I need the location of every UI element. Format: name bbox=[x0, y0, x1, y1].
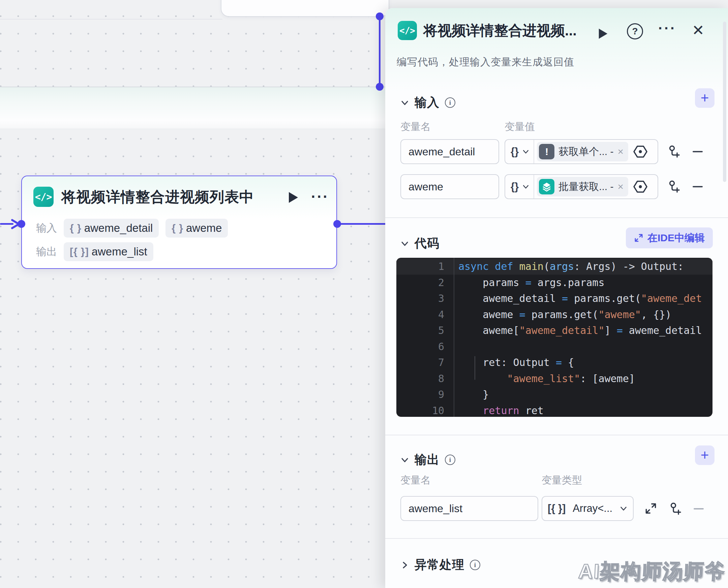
expand-icon[interactable] bbox=[644, 502, 657, 515]
code-section-title: 代码 bbox=[415, 235, 439, 252]
reference-chip[interactable]: ! 获取单个... - × bbox=[537, 142, 628, 162]
remove-reference-icon[interactable]: × bbox=[618, 146, 624, 158]
variable-value-control[interactable]: {} ! 获取单个... - × bbox=[504, 139, 658, 164]
info-icon[interactable]: i bbox=[445, 455, 455, 465]
code-line[interactable]: return ret bbox=[458, 403, 712, 417]
code-editor[interactable]: 12345678910 async def main(args: Args) -… bbox=[396, 258, 712, 417]
add-binding-icon[interactable] bbox=[669, 502, 682, 516]
variable-name-value: aweme bbox=[409, 181, 443, 193]
output-name-input[interactable]: aweme_list bbox=[400, 496, 538, 521]
divider bbox=[534, 140, 534, 163]
node-input-chip[interactable]: { } aweme bbox=[165, 219, 228, 237]
section-divider bbox=[385, 538, 728, 539]
info-icon[interactable]: i bbox=[445, 98, 455, 108]
column-variable-name: 变量名 bbox=[400, 474, 431, 487]
chip-label: aweme bbox=[186, 222, 222, 234]
code-line[interactable]: "aweme_list": [aweme] bbox=[458, 371, 712, 387]
code-line[interactable]: } bbox=[458, 386, 712, 403]
chevron-right-icon[interactable] bbox=[400, 561, 409, 569]
error-node-icon: ! bbox=[539, 144, 555, 160]
variable-value-control[interactable]: {} 批量获取... - × bbox=[504, 174, 658, 199]
expand-icon bbox=[634, 233, 643, 243]
column-variable-value: 变量值 bbox=[504, 120, 535, 134]
code-glyph: </> bbox=[35, 191, 52, 203]
exception-section-title: 异常处理 bbox=[415, 556, 464, 573]
code-line[interactable]: params = args.params bbox=[458, 275, 712, 291]
section-divider bbox=[385, 217, 728, 218]
variable-name-value: aweme_detail bbox=[409, 146, 475, 158]
chevron-down-icon[interactable] bbox=[522, 148, 529, 155]
gutter-separator bbox=[454, 258, 454, 417]
variable-name-input[interactable]: aweme bbox=[400, 174, 499, 199]
code-line[interactable] bbox=[458, 339, 712, 355]
plus-icon: + bbox=[701, 447, 709, 463]
chevron-down-icon[interactable] bbox=[400, 239, 409, 248]
line-number: 7 bbox=[396, 355, 454, 371]
node-output-label: 输出 bbox=[36, 245, 57, 259]
code-node-icon: </> bbox=[398, 21, 417, 40]
object-type-icon: {} bbox=[511, 181, 519, 193]
chevron-down-icon[interactable] bbox=[522, 183, 529, 190]
output-section-title: 输出 bbox=[415, 451, 439, 468]
code-line[interactable]: async def main(args: Args) -> Output: bbox=[458, 258, 712, 275]
array-type-icon: [{ }] bbox=[70, 246, 89, 257]
variable-name-input[interactable]: aweme_detail bbox=[400, 139, 499, 164]
node-run-button[interactable] bbox=[288, 191, 299, 204]
edit-in-ide-button[interactable]: 在IDE中编辑 bbox=[626, 228, 713, 248]
more-button[interactable]: ··· bbox=[658, 20, 677, 36]
add-binding-icon[interactable] bbox=[668, 180, 681, 193]
edge-outgoing[interactable] bbox=[336, 223, 386, 225]
code-line[interactable]: aweme = params.get("aweme", {}) bbox=[458, 307, 712, 323]
remove-row-button[interactable] bbox=[693, 186, 703, 187]
close-icon[interactable]: ✕ bbox=[692, 22, 704, 39]
code-node[interactable]: </> 将视频详情整合进视频列表中 ··· 输入 { } aweme_detai… bbox=[21, 175, 337, 269]
output-type-select[interactable]: [{ }] Array<... bbox=[542, 496, 633, 521]
line-number: 4 bbox=[396, 307, 454, 323]
node-output-port[interactable] bbox=[333, 220, 341, 228]
code-line[interactable]: aweme["aweme_detail"] = aweme_detail bbox=[458, 322, 712, 339]
line-number: 1 bbox=[396, 258, 454, 275]
node-input-label: 输入 bbox=[36, 221, 57, 235]
line-number: 8 bbox=[396, 371, 454, 387]
remove-row-button[interactable] bbox=[693, 151, 703, 152]
node-input-chip[interactable]: { } aweme_detail bbox=[64, 219, 159, 237]
reference-chip[interactable]: 批量获取... - × bbox=[537, 177, 628, 196]
info-icon[interactable]: i bbox=[470, 560, 480, 570]
run-button[interactable] bbox=[598, 28, 608, 40]
code-line[interactable]: ret: Output = { bbox=[458, 355, 712, 371]
add-binding-icon[interactable] bbox=[668, 145, 681, 159]
edge-endpoint-bottom[interactable] bbox=[376, 83, 383, 91]
node-input-port[interactable] bbox=[18, 220, 25, 228]
locate-node-icon[interactable] bbox=[633, 180, 648, 193]
node-output-chip[interactable]: [{ }] aweme_list bbox=[64, 242, 153, 261]
reference-label: 获取单个... - bbox=[559, 145, 613, 159]
panel-scrollbar[interactable] bbox=[723, 22, 726, 182]
remove-reference-icon[interactable]: × bbox=[618, 181, 624, 192]
partial-node[interactable] bbox=[221, 0, 389, 17]
output-type-value: Array<... bbox=[573, 502, 612, 514]
divider bbox=[534, 175, 534, 198]
object-type-icon: { } bbox=[171, 223, 183, 234]
remove-row-button[interactable] bbox=[694, 508, 704, 509]
chevron-down-icon[interactable] bbox=[400, 98, 409, 107]
section-divider bbox=[385, 435, 728, 435]
code-line[interactable]: aweme_detail = params.get("aweme_det bbox=[458, 291, 712, 307]
chip-label: aweme_detail bbox=[84, 222, 153, 234]
add-output-button[interactable]: + bbox=[695, 445, 714, 465]
code-node-icon: </> bbox=[33, 187, 54, 207]
edge-endpoint-top[interactable] bbox=[376, 13, 383, 20]
edge-vertical[interactable] bbox=[379, 16, 380, 87]
line-number: 5 bbox=[396, 322, 454, 339]
line-number: 2 bbox=[396, 275, 454, 291]
add-input-button[interactable]: + bbox=[695, 88, 714, 108]
locate-node-icon[interactable] bbox=[633, 145, 648, 159]
panel-subtitle: 编写代码，处理输入变量来生成返回值 bbox=[397, 55, 574, 69]
node-more-button[interactable]: ··· bbox=[311, 188, 329, 205]
chip-label: aweme_list bbox=[92, 245, 147, 258]
chevron-down-icon[interactable] bbox=[400, 456, 409, 464]
line-number: 6 bbox=[396, 339, 454, 355]
indent-guide bbox=[475, 356, 475, 380]
code-content[interactable]: async def main(args: Args) -> Output: pa… bbox=[458, 258, 712, 417]
watermark: AI架构师汤师爷 bbox=[578, 558, 726, 585]
help-icon[interactable]: ? bbox=[627, 23, 643, 39]
